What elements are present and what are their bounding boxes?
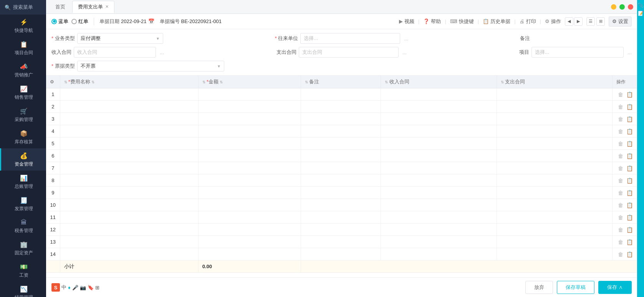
delete-icon-14[interactable]: 🗑 [618, 251, 623, 257]
maximize-btn[interactable] [619, 4, 625, 10]
cell-income-contract-12[interactable] [381, 224, 497, 236]
cell-amount-7[interactable] [198, 162, 301, 174]
copy-icon-3[interactable]: 📋 [626, 116, 633, 122]
cell-amount-10[interactable] [198, 199, 301, 211]
sidebar-item-inventory[interactable]: 📦 库存核算 [0, 126, 46, 148]
sidebar-item-invoice-mgmt[interactable]: 🧾 发票管理 [0, 193, 46, 215]
delete-icon-11[interactable]: 🗑 [618, 214, 623, 221]
cell-expense-contract-2[interactable] [497, 101, 613, 113]
action-operations[interactable]: ⚙ 操作 [545, 18, 561, 25]
cell-remark-12[interactable] [301, 224, 381, 236]
delete-icon-7[interactable]: 🗑 [618, 165, 623, 171]
copy-icon-12[interactable]: 📋 [626, 227, 633, 233]
sort-icon2[interactable]: ⇅ [91, 80, 94, 84]
cell-income-contract-1[interactable] [381, 88, 497, 101]
tab-close-expense-bill[interactable]: ✕ [105, 4, 109, 9]
discard-button[interactable]: 放弃 [525, 281, 553, 294]
col-gear[interactable]: ⚙ [46, 76, 60, 88]
cell-expense-contract-6[interactable] [497, 150, 613, 162]
cell-expense-name-6[interactable] [60, 150, 198, 162]
cell-expense-name-2[interactable] [60, 101, 198, 113]
copy-icon-11[interactable]: 📋 [626, 214, 633, 221]
partner-dots[interactable]: ... [404, 36, 408, 41]
cell-remark-13[interactable] [301, 236, 381, 248]
cell-expense-name-5[interactable] [60, 138, 198, 150]
sidebar-item-accounting[interactable]: 📊 总账管理 [0, 171, 46, 193]
settings-button[interactable]: ⚙ 设置 [609, 17, 632, 27]
cell-amount-1[interactable] [198, 88, 301, 101]
sort-icon6[interactable]: ⇅ [385, 80, 388, 84]
save-draft-button[interactable]: 保存草稿 [557, 281, 594, 294]
copy-icon-8[interactable]: 📋 [626, 178, 633, 184]
cell-expense-contract-8[interactable] [497, 174, 613, 187]
delete-icon-3[interactable]: 🗑 [618, 116, 623, 122]
copy-icon-14[interactable]: 📋 [626, 251, 633, 257]
project-dots[interactable]: ... [627, 50, 632, 55]
delete-icon-13[interactable]: 🗑 [618, 239, 623, 245]
right-sidebar-icon-2[interactable]: 📝 [638, 10, 643, 16]
cell-remark-14[interactable] [301, 248, 381, 260]
action-video[interactable]: ▶ 视频 [399, 18, 414, 25]
cell-amount-14[interactable] [198, 248, 301, 260]
cell-expense-name-9[interactable] [60, 187, 198, 199]
sidebar-item-capital-mgmt[interactable]: 💰 资金管理 [0, 148, 46, 171]
sort-icon[interactable]: ⇅ [64, 80, 67, 84]
cell-expense-name-4[interactable] [60, 125, 198, 138]
delete-icon-9[interactable]: 🗑 [618, 190, 623, 196]
delete-icon-12[interactable]: 🗑 [618, 227, 623, 233]
cell-expense-name-10[interactable] [60, 199, 198, 211]
cell-expense-contract-11[interactable] [497, 211, 613, 224]
cell-income-contract-7[interactable] [381, 162, 497, 174]
cell-income-contract-9[interactable] [381, 187, 497, 199]
cell-remark-6[interactable] [301, 150, 381, 162]
cell-income-contract-4[interactable] [381, 125, 497, 138]
sidebar-item-ops-mgmt[interactable]: 📉 经营管理 [0, 282, 46, 297]
cell-expense-contract-10[interactable] [497, 199, 613, 211]
partner-input[interactable]: 选择... [300, 33, 400, 44]
cell-expense-name-8[interactable] [60, 174, 198, 187]
sidebar-item-project-contract[interactable]: 📋 项目合同 [0, 37, 46, 59]
cell-remark-11[interactable] [301, 211, 381, 224]
minimize-btn[interactable] [611, 4, 616, 10]
copy-icon-5[interactable]: 📋 [626, 141, 633, 147]
cell-amount-13[interactable] [198, 236, 301, 248]
cell-remark-2[interactable] [301, 101, 381, 113]
sidebar-item-fixed-assets[interactable]: 🏢 固定资产 [0, 237, 46, 259]
cell-amount-12[interactable] [198, 224, 301, 236]
project-input[interactable]: 选择... [531, 47, 624, 58]
cell-income-contract-10[interactable] [381, 199, 497, 211]
cell-remark-1[interactable] [301, 88, 381, 101]
action-history[interactable]: 📋 历史单据 [483, 18, 510, 25]
cell-expense-name-1[interactable] [60, 88, 198, 101]
cell-income-contract-2[interactable] [381, 101, 497, 113]
tab-home[interactable]: 首页 [50, 1, 71, 13]
cell-expense-contract-5[interactable] [497, 138, 613, 150]
save-button[interactable]: 保存 ∧ [598, 281, 632, 294]
cell-income-contract-3[interactable] [381, 113, 497, 125]
cell-income-contract-8[interactable] [381, 174, 497, 187]
cell-expense-name-12[interactable] [60, 224, 198, 236]
copy-icon-9[interactable]: 📋 [626, 190, 633, 196]
cell-amount-2[interactable] [198, 101, 301, 113]
sort-icon5[interactable]: ⇅ [305, 80, 308, 84]
delete-icon-8[interactable]: 🗑 [618, 178, 623, 184]
cell-income-contract-5[interactable] [381, 138, 497, 150]
cell-expense-contract-3[interactable] [497, 113, 613, 125]
radio-blue[interactable]: 蓝单 [51, 18, 68, 25]
income-contract-input[interactable]: 收入合同 [74, 47, 156, 58]
sort-icon3[interactable]: ⇅ [202, 80, 205, 84]
cell-expense-name-14[interactable] [60, 248, 198, 260]
sidebar-item-salary[interactable]: 💵 工资 [0, 259, 46, 282]
cell-expense-name-13[interactable] [60, 236, 198, 248]
copy-icon-2[interactable]: 📋 [626, 104, 633, 110]
next-arrow[interactable]: ▶ [574, 17, 583, 26]
cell-expense-name-3[interactable] [60, 113, 198, 125]
cell-amount-6[interactable] [198, 150, 301, 162]
cell-remark-5[interactable] [301, 138, 381, 150]
action-print[interactable]: 🖨 打印 [520, 18, 536, 25]
sidebar-item-quick-nav[interactable]: ⚡ 快捷导航 [0, 15, 46, 37]
copy-icon-13[interactable]: 📋 [626, 239, 633, 245]
cell-remark-4[interactable] [301, 125, 381, 138]
copy-icon-10[interactable]: 📋 [626, 202, 633, 208]
cell-amount-3[interactable] [198, 113, 301, 125]
